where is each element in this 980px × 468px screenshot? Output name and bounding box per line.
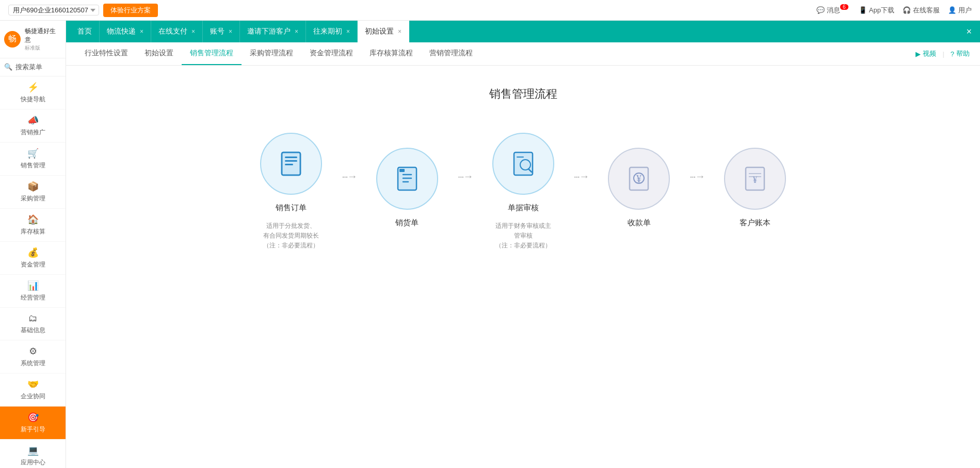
logo-tag: 标准版	[25, 44, 61, 52]
marketing-label: 营销推广	[21, 128, 45, 137]
tab-account-label: 账号	[210, 27, 224, 36]
service-label: 在线客服	[913, 6, 940, 15]
svg-rect-9	[399, 169, 405, 172]
help-link[interactable]: ? 帮助	[951, 49, 970, 58]
sidebar-item-sales[interactable]: 🛒 销售管理	[0, 143, 66, 176]
sales-label: 销售管理	[21, 161, 45, 170]
tab-invite-label: 邀请下游客户	[247, 27, 291, 36]
sidebar-logo: 畅 畅捷通好生意 标准版	[0, 21, 66, 58]
user-name-label: 用户	[958, 6, 972, 15]
basic-icon: 🗂	[28, 313, 38, 324]
sub-tab-marketing-flow[interactable]: 营销管理流程	[421, 42, 481, 65]
tab-payment-label: 在线支付	[158, 27, 187, 36]
enterprise-icon: 🤝	[27, 379, 39, 390]
sidebar-item-app-center[interactable]: 💻 应用中心	[0, 440, 66, 468]
message-label: 消息	[827, 6, 840, 15]
search-label: 搜索菜单	[15, 63, 42, 72]
sidebar-item-finance[interactable]: 💰 资金管理	[0, 242, 66, 275]
video-label: 视频	[923, 49, 936, 58]
flow-step-audit[interactable]: 单据审核 适用于财务审核或主管审核（注：非必要流程）	[477, 133, 570, 251]
video-icon: ▶	[915, 50, 921, 58]
flow-arrow-4: ···→	[689, 170, 704, 213]
logo-icon: 畅	[4, 31, 21, 48]
flow-circle-sales-invoice	[376, 148, 438, 210]
tab-payment-close[interactable]: ×	[191, 28, 195, 35]
tab-invite[interactable]: 邀请下游客户 ×	[240, 21, 306, 42]
flow-circle-receipt: ¥	[608, 148, 670, 210]
flow-circle-audit	[492, 133, 554, 195]
sidebar-item-marketing[interactable]: 📣 营销推广	[0, 110, 66, 143]
message-icon: 💬	[816, 6, 825, 14]
experience-button[interactable]: 体验行业方案	[103, 4, 158, 17]
tab-period-close[interactable]: ×	[346, 28, 350, 35]
sub-tab-industry[interactable]: 行业特性设置	[76, 42, 136, 65]
sub-tab-purchase-flow[interactable]: 采购管理流程	[242, 42, 301, 65]
inventory-label: 库存核算	[21, 227, 45, 236]
app-center-icon: 💻	[27, 445, 39, 456]
flow-step-account-book[interactable]: ¥ 客户账本	[709, 148, 801, 236]
service-icon: 🎧	[903, 6, 911, 14]
flow-diagram: 销售订单 适用于分批发货、有合同发货周期较长（注：非必要流程） ···→ 销货单	[87, 122, 959, 272]
sidebar-item-system[interactable]: ⚙ 系统管理	[0, 340, 66, 373]
inventory-icon: 🏠	[27, 214, 39, 225]
tab-home[interactable]: 首页	[70, 21, 100, 42]
sidebar-item-inventory[interactable]: 🏠 库存核算	[0, 209, 66, 242]
tab-period[interactable]: 往来期初 ×	[306, 21, 358, 42]
tab-init[interactable]: 初始设置 ×	[358, 21, 409, 42]
flow-desc-audit: 适用于财务审核或主管审核（注：非必要流程）	[495, 221, 551, 251]
sub-tab-inventory-flow[interactable]: 库存核算流程	[361, 42, 421, 65]
sidebar-item-basic[interactable]: 🗂 基础信息	[0, 308, 66, 340]
logo-text-block: 畅捷通好生意 标准版	[25, 27, 61, 52]
tab-logistics-close[interactable]: ×	[140, 28, 143, 35]
message-item[interactable]: 💬 消息 6	[816, 6, 850, 15]
sub-tab-sales-flow[interactable]: 销售管理流程	[182, 42, 242, 65]
tab-logistics[interactable]: 物流快递 ×	[100, 21, 151, 42]
tab-home-label: 首页	[77, 27, 92, 36]
tab-period-label: 往来期初	[313, 27, 342, 36]
enterprise-label: 企业协同	[21, 392, 45, 401]
sidebar-item-enterprise[interactable]: 🤝 企业协同	[0, 373, 66, 407]
tab-payment[interactable]: 在线支付 ×	[151, 21, 203, 42]
tab-invite-close[interactable]: ×	[295, 28, 298, 35]
page-title: 销售管理流程	[87, 86, 959, 102]
sidebar-item-purchase[interactable]: 📦 采购管理	[0, 176, 66, 209]
sidebar-search[interactable]: 🔍 搜索菜单	[0, 58, 66, 76]
flow-step-sales-invoice[interactable]: 销货单	[361, 148, 454, 236]
tab-init-label: 初始设置	[365, 27, 394, 36]
sidebar-item-quick-nav[interactable]: ⚡ 快捷导航	[0, 76, 66, 110]
video-link[interactable]: ▶ 视频	[915, 49, 936, 58]
tab-logistics-label: 物流快递	[107, 27, 136, 36]
nav-close-all[interactable]: ×	[962, 26, 976, 37]
content-area: 销售管理流程 销售订单 适用于分批发货、有合同发货周期较长（注：非必要流程）	[66, 66, 980, 282]
sidebar-item-guide[interactable]: 🎯 新手引导	[0, 407, 66, 440]
svg-text:¥: ¥	[752, 175, 757, 185]
user-select[interactable]: 用户690企业1660120507	[8, 5, 99, 15]
app-label: App下载	[869, 6, 894, 15]
app-download-item[interactable]: 📱 App下载	[859, 6, 894, 15]
main-content: 行业特性设置 初始设置 销售管理流程 采购管理流程 资金管理流程 库存核算流程 …	[66, 42, 980, 468]
sales-icon: 🛒	[27, 148, 39, 159]
flow-circle-sales-order	[260, 133, 322, 195]
sub-tab-finance-flow[interactable]: 资金管理流程	[301, 42, 361, 65]
tab-account-close[interactable]: ×	[229, 28, 232, 35]
operation-icon: 📊	[27, 280, 39, 291]
flow-step-sales-order[interactable]: 销售订单 适用于分批发货、有合同发货周期较长（注：非必要流程）	[245, 133, 338, 251]
flow-arrow-2: ···→	[458, 170, 473, 213]
avatar-icon: 👤	[948, 6, 956, 14]
system-label: 系统管理	[21, 359, 45, 368]
top-bar: 用户690企业1660120507 体验行业方案 💬 消息 6 📱 App下载 …	[0, 0, 980, 21]
sidebar-item-operation[interactable]: 📊 经营管理	[0, 275, 66, 308]
guide-icon: 🎯	[27, 412, 39, 423]
tab-account[interactable]: 账号 ×	[203, 21, 240, 42]
top-bar-right: 💬 消息 6 📱 App下载 🎧 在线客服 👤 用户	[816, 6, 972, 15]
app-center-label: 应用中心	[21, 458, 45, 467]
customer-service-item[interactable]: 🎧 在线客服	[903, 6, 940, 15]
tab-init-close[interactable]: ×	[398, 28, 401, 35]
app-icon: 📱	[859, 6, 867, 14]
sub-tab-init[interactable]: 初始设置	[136, 42, 182, 65]
sub-tabs: 行业特性设置 初始设置 销售管理流程 采购管理流程 资金管理流程 库存核算流程 …	[66, 42, 980, 66]
user-avatar-item[interactable]: 👤 用户	[948, 6, 972, 15]
quick-nav-icon: ⚡	[27, 82, 39, 93]
flow-step-receipt[interactable]: ¥ 收款单	[592, 148, 685, 236]
sidebar: 畅 畅捷通好生意 标准版 🔍 搜索菜单 ⚡ 快捷导航 📣 营销推广 🛒 销售管理…	[0, 21, 66, 468]
